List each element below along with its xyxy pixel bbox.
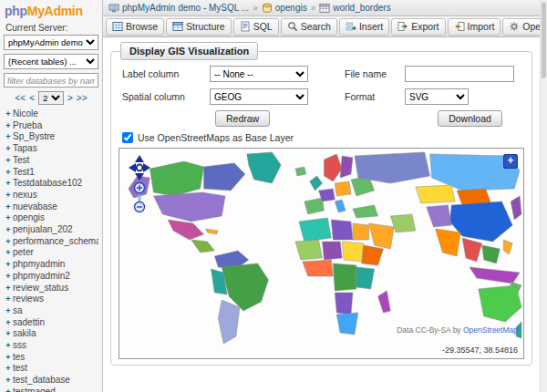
prev-page-link[interactable]: < (29, 93, 35, 103)
expand-icon[interactable]: + (4, 144, 13, 155)
tab-insert[interactable]: Insert (339, 18, 389, 36)
spatial-column-label: Spatial column (122, 91, 202, 102)
expand-icon[interactable]: + (4, 341, 13, 352)
database-item[interactable]: +tes (4, 352, 98, 364)
redraw-button[interactable]: Redraw (215, 110, 270, 127)
database-item[interactable]: +Testdatabase102 (4, 178, 98, 190)
database-item[interactable]: +nexus (4, 190, 98, 201)
osm-checkbox[interactable] (122, 132, 133, 143)
tab-search[interactable]: Search (281, 18, 337, 36)
search-icon (287, 21, 298, 32)
structure-icon (172, 21, 183, 32)
last-page-link[interactable]: >> (77, 93, 88, 103)
database-item[interactable]: +sss (4, 340, 98, 352)
page-select[interactable]: 2 (38, 91, 64, 105)
expand-icon[interactable]: + (4, 353, 13, 364)
map-container[interactable]: + Data CC-By-SA by OpenStreetMap -29.355… (119, 148, 524, 359)
database-item[interactable]: +reviews (4, 294, 98, 305)
database-item[interactable]: +phpmyadmin (4, 259, 98, 271)
server-select[interactable]: phpMyAdmin demo - My (4, 35, 98, 50)
database-icon (262, 3, 273, 14)
tab-browse[interactable]: Browse (106, 18, 164, 36)
database-item[interactable]: +sa (4, 305, 98, 317)
zoom-slider (139, 195, 141, 202)
expand-icon[interactable]: + (4, 248, 13, 259)
database-item[interactable]: +test (4, 363, 98, 375)
openstreetmap-link[interactable]: OpenStreetMap (463, 325, 518, 335)
expand-icon[interactable]: + (4, 387, 13, 392)
expand-icon[interactable]: + (4, 306, 13, 317)
expand-icon[interactable]: + (4, 318, 13, 329)
expand-icon[interactable]: + (4, 294, 13, 305)
database-item[interactable]: +phpmyadmin2 (4, 271, 98, 283)
database-pagination: << < 2 > >> (4, 91, 98, 105)
breadcrumb-separator: » (253, 3, 258, 13)
database-item[interactable]: +Test1 (4, 167, 98, 179)
expand-icon[interactable]: + (4, 202, 13, 213)
database-item[interactable]: +opengis (4, 212, 98, 224)
database-item[interactable]: +nuevabase (4, 201, 98, 213)
tab-import[interactable]: Import (448, 18, 501, 36)
database-item[interactable]: +review_status (4, 283, 98, 294)
database-item[interactable]: +performance_schema (4, 236, 98, 248)
database-item[interactable]: +peter (4, 247, 98, 259)
tab-export[interactable]: Export (391, 18, 445, 36)
page-scrollbar[interactable] (540, 0, 547, 392)
expand-icon[interactable]: + (4, 121, 13, 132)
database-item[interactable]: +Tapas (4, 143, 98, 155)
file-name-input[interactable] (405, 66, 514, 82)
next-page-link[interactable]: > (67, 93, 73, 103)
navigation-sidebar: phpMyAdmin Current Server: phpMyAdmin de… (0, 0, 103, 392)
database-item[interactable]: +Nicole (4, 108, 98, 120)
expand-icon[interactable]: + (4, 329, 13, 340)
expand-icon[interactable]: + (4, 156, 13, 167)
pan-arrows-icon (129, 155, 150, 181)
pan-zoom-control[interactable] (128, 155, 151, 215)
database-item[interactable]: +Prueba (4, 120, 98, 132)
label-column-label: Label column (122, 68, 202, 79)
expand-icon[interactable]: + (4, 168, 13, 179)
breadcrumb: phpMyAdmin demo - MySQL ... » opengis » … (103, 0, 540, 16)
expand-icon[interactable]: + (4, 213, 13, 224)
expand-icon[interactable]: + (4, 260, 13, 271)
file-name-label: File name (345, 68, 397, 79)
breadcrumb-database[interactable]: opengis (262, 3, 307, 14)
gis-panel: Display GIS Visualization Label column -… (110, 42, 532, 366)
format-select[interactable]: SVG (405, 88, 469, 105)
expand-icon[interactable]: + (4, 284, 13, 294)
expand-icon[interactable]: + (4, 225, 13, 236)
expand-icon[interactable]: + (4, 272, 13, 283)
scrollbar-thumb[interactable] (542, 2, 546, 78)
gear-icon (509, 21, 520, 32)
label-column-select[interactable]: -- None -- (210, 66, 308, 82)
database-filter-input[interactable] (4, 73, 98, 88)
expand-icon[interactable]: + (4, 237, 13, 248)
export-icon (397, 21, 408, 32)
database-item[interactable]: +Sp_Bystre (4, 131, 98, 143)
sql-icon (240, 21, 251, 32)
first-page-link[interactable]: << (15, 93, 26, 103)
database-item[interactable]: +sadettin (4, 317, 98, 329)
expand-icon[interactable]: + (4, 132, 13, 143)
breadcrumb-table[interactable]: world_borders (319, 3, 390, 14)
database-item[interactable]: +test_database (4, 375, 98, 387)
spatial-column-select[interactable]: GEOG (210, 88, 308, 105)
layer-switcher-button[interactable]: + (503, 154, 518, 169)
expand-icon[interactable]: + (4, 376, 13, 387)
database-item[interactable]: +sakila (4, 328, 98, 340)
database-item[interactable]: +Test (4, 155, 98, 167)
download-button[interactable]: Download (438, 110, 502, 127)
current-server-label: Current Server: (5, 23, 98, 33)
expand-icon[interactable]: + (4, 364, 13, 375)
gis-form: Label column -- None -- File name Spatia… (122, 66, 524, 105)
expand-icon[interactable]: + (4, 179, 13, 190)
breadcrumb-server[interactable]: phpMyAdmin demo - MySQL ... (108, 3, 249, 14)
tab-structure[interactable]: Structure (166, 18, 232, 36)
phpmyadmin-logo[interactable]: phpMyAdmin (5, 4, 98, 18)
database-item[interactable]: +penjualan_202 (4, 224, 98, 236)
expand-icon[interactable]: + (4, 109, 13, 120)
recent-tables-select[interactable]: (Recent tables) ... (4, 54, 98, 69)
expand-icon[interactable]: + (4, 191, 13, 201)
tab-sql[interactable]: SQL (233, 18, 279, 36)
database-item[interactable]: +testmaged (4, 387, 98, 392)
